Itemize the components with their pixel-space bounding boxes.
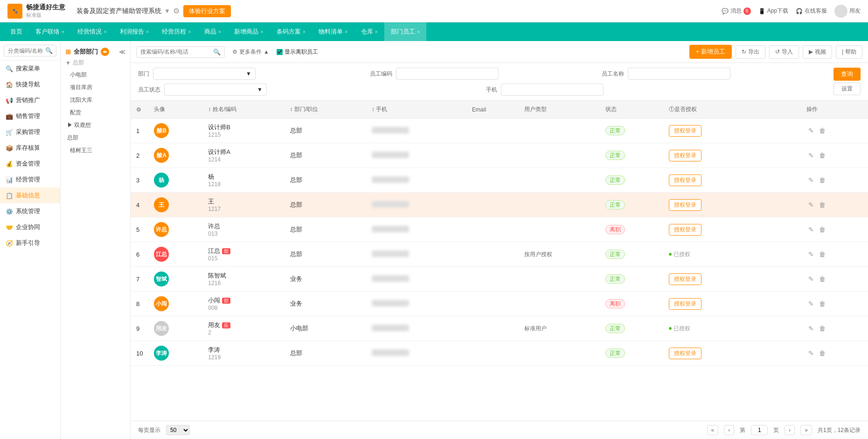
edit-icon[interactable]: ✎: [806, 299, 816, 308]
last-page-btn[interactable]: »: [800, 425, 812, 435]
tab-profit[interactable]: 利润报告 ×: [113, 22, 155, 41]
col-name[interactable]: ↕ 姓名/编码: [202, 101, 284, 118]
tab-close-icon[interactable]: ×: [62, 29, 64, 35]
dept-item-xiaodian[interactable]: 小电部: [61, 69, 130, 81]
emp-name-input[interactable]: [628, 68, 730, 80]
auth-btn[interactable]: 授权登录: [669, 224, 701, 236]
sidebar-item-finance[interactable]: 💰 资金管理: [0, 156, 60, 172]
system-title-dropdown-icon[interactable]: ▼: [164, 7, 170, 14]
dept-item-peihu[interactable]: 配货: [61, 106, 130, 119]
delete-icon[interactable]: 🗑: [817, 250, 827, 259]
sidebar-item-nav[interactable]: 🏠 快捷导航: [0, 77, 60, 92]
tab-close-icon[interactable]: ×: [260, 29, 263, 35]
sidebar-item-search[interactable]: 🔍 搜索菜单: [0, 61, 60, 77]
delete-icon[interactable]: 🗑: [817, 348, 827, 358]
auth-btn[interactable]: 授权登录: [669, 150, 701, 161]
tab-barcode[interactable]: 条码方案 ×: [270, 22, 312, 41]
edit-icon[interactable]: ✎: [806, 126, 816, 135]
tab-warehouse[interactable]: 仓库 ×: [354, 22, 384, 41]
col-phone[interactable]: ↕ 手机: [366, 101, 466, 118]
sidebar-item-inventory[interactable]: 📦 库存核算: [0, 140, 60, 156]
search-icon[interactable]: 🔍: [213, 49, 221, 56]
sidebar-item-purchase[interactable]: 🛒 采购管理: [0, 124, 60, 140]
delete-icon[interactable]: 🗑: [817, 200, 827, 209]
export-btn[interactable]: ↻ 导出: [736, 45, 765, 59]
auth-btn[interactable]: 授权登录: [669, 174, 701, 186]
set-btn[interactable]: 设置: [833, 83, 861, 95]
emp-code-input[interactable]: [396, 68, 499, 80]
auth-btn[interactable]: 授权登录: [669, 298, 701, 310]
auth-btn[interactable]: 授权登录: [669, 273, 701, 285]
edit-icon[interactable]: ✎: [806, 250, 816, 259]
tab-close-icon[interactable]: ×: [104, 29, 106, 35]
dept-item-project[interactable]: 项目库房: [61, 81, 130, 94]
tab-close-icon[interactable]: ×: [146, 29, 149, 35]
auth-btn[interactable]: 授权登录: [669, 125, 701, 137]
delete-icon[interactable]: 🗑: [817, 175, 827, 185]
phone-input[interactable]: [501, 84, 604, 96]
tab-business[interactable]: 经营情况 ×: [71, 22, 113, 41]
next-page-btn[interactable]: ›: [785, 425, 795, 435]
dept-filter-select[interactable]: ▼: [153, 68, 256, 80]
help-btn[interactable]: | 帮助: [836, 45, 862, 59]
col-settings[interactable]: ⚙: [131, 101, 148, 118]
dept-item-shuanglu[interactable]: ▶ 双鹿想: [61, 119, 130, 132]
sidebar-item-marketing[interactable]: 📢 营销推广: [0, 92, 60, 108]
dept-all-btn[interactable]: ⊞ 全部部门 ✏ ≪: [61, 45, 130, 59]
add-employee-btn[interactable]: + 新增员工: [689, 45, 732, 59]
sidebar-item-collab[interactable]: 🤝 企业协同: [0, 219, 60, 235]
tab-close-icon[interactable]: ×: [218, 29, 221, 35]
app-download-btn[interactable]: 📱 App下载: [758, 7, 788, 15]
edit-icon[interactable]: ✎: [806, 200, 816, 209]
sidebar-item-sales[interactable]: 💼 销售管理: [0, 108, 60, 124]
tab-close-icon[interactable]: ×: [417, 29, 420, 35]
delete-icon[interactable]: 🗑: [817, 324, 827, 333]
auth-btn[interactable]: 授权登录: [669, 348, 701, 359]
dept-collapse-icon[interactable]: ≪: [119, 49, 125, 56]
tab-close-icon[interactable]: ×: [375, 29, 378, 35]
first-page-btn[interactable]: «: [707, 425, 719, 435]
per-page-select[interactable]: 50 100 200: [166, 425, 190, 435]
more-filter-btn[interactable]: ⚙ 更多条件 ▲: [229, 46, 273, 58]
edit-icon[interactable]: ✎: [806, 324, 816, 333]
dept-item-shenyang[interactable]: 沈阳大库: [61, 94, 130, 106]
tab-goods[interactable]: 商品 ×: [198, 22, 228, 41]
edit-icon[interactable]: ✎: [806, 175, 816, 185]
tab-home[interactable]: 首页: [4, 22, 29, 41]
col-dept[interactable]: ↕ 部门/职位: [285, 101, 366, 118]
settings-icon[interactable]: ⚙: [173, 7, 180, 15]
tab-customer[interactable]: 客户联络 ×: [29, 22, 71, 41]
prev-page-btn[interactable]: ‹: [724, 425, 734, 435]
sidebar-item-base[interactable]: 📋 基础信息: [0, 188, 60, 203]
search-input[interactable]: [140, 49, 210, 55]
edit-icon[interactable]: ✎: [806, 348, 816, 358]
delete-icon[interactable]: 🗑: [817, 225, 827, 234]
edit-icon[interactable]: ✎: [806, 274, 816, 284]
message-btn[interactable]: 💬 消息 6: [722, 7, 751, 15]
delete-icon[interactable]: 🗑: [817, 274, 827, 284]
delete-icon[interactable]: 🗑: [817, 126, 827, 135]
import-btn[interactable]: ↺ 导入: [769, 45, 799, 59]
page-input[interactable]: [751, 425, 768, 435]
online-service-btn[interactable]: 🎧 在线客服: [796, 7, 827, 15]
sidebar-search-input[interactable]: [8, 48, 45, 54]
sidebar-item-guide[interactable]: 🧭 新手引导: [0, 235, 60, 251]
tab-employee[interactable]: 部门员工 ×: [384, 22, 426, 41]
show-resigned-checkbox[interactable]: [277, 49, 283, 55]
tab-close-icon[interactable]: ×: [303, 29, 306, 35]
show-resigned-checkbox-area[interactable]: 显示离职员工: [277, 48, 318, 56]
dept-item-zhishu[interactable]: 植树王三: [61, 144, 130, 157]
tab-bom[interactable]: 物料清单 ×: [312, 22, 354, 41]
delete-icon[interactable]: 🗑: [817, 151, 827, 160]
try-button[interactable]: 体验行业方案: [183, 5, 231, 17]
edit-icon[interactable]: ✎: [806, 151, 816, 160]
sidebar-item-operation[interactable]: 📊 经营管理: [0, 172, 60, 188]
auth-btn[interactable]: 授权登录: [669, 199, 701, 211]
emp-status-select[interactable]: ▼: [164, 84, 267, 96]
delete-icon[interactable]: 🗑: [817, 299, 827, 308]
tab-add-goods[interactable]: 新增商品 ×: [228, 22, 270, 41]
dept-item-zongbu[interactable]: 总部: [61, 132, 130, 144]
user-area[interactable]: 用友: [834, 5, 861, 18]
tab-close-icon[interactable]: ×: [345, 29, 347, 35]
query-btn[interactable]: 查询: [833, 68, 861, 81]
